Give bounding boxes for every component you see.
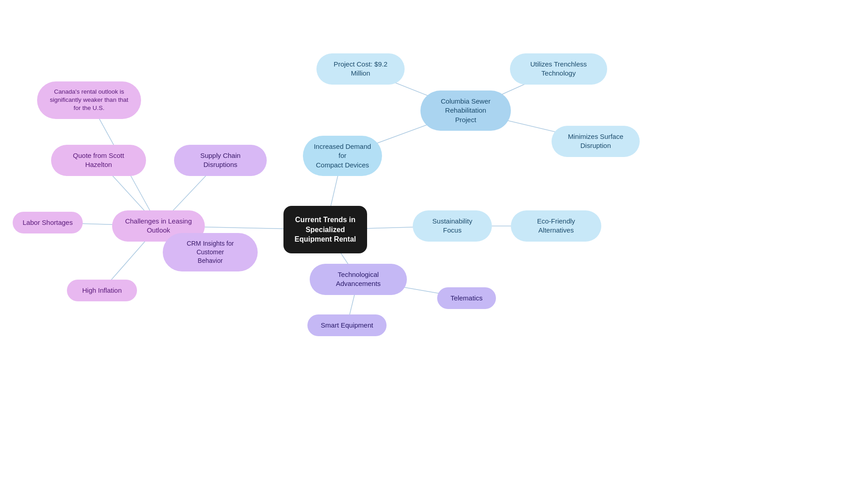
smart-equipment-node: Smart Equipment bbox=[307, 314, 387, 336]
minimizes-node: Minimizes Surface Disruption bbox=[552, 126, 640, 157]
scott-hazelton-node: Quote from Scott Hazelton bbox=[51, 145, 146, 176]
trenchless-node: Utilizes Trenchless Technology bbox=[510, 53, 607, 85]
project-cost-node: Project Cost: $9.2 Million bbox=[316, 53, 405, 85]
labor-shortages-node: Labor Shortages bbox=[13, 212, 83, 233]
canada-rental-node: Canada's rental outlook is significantly… bbox=[37, 81, 141, 119]
supply-chain-node: Supply Chain Disruptions bbox=[174, 145, 267, 176]
increased-demand-node: Increased Demand for Compact Devices bbox=[303, 136, 382, 176]
center-node: Current Trends in Specialized Equipment … bbox=[283, 206, 367, 253]
high-inflation-node: High Inflation bbox=[67, 280, 137, 301]
telematics-node: Telematics bbox=[437, 287, 496, 309]
columbia-node: Columbia Sewer Rehabilitation Project bbox=[420, 90, 511, 131]
eco-friendly-node: Eco-Friendly Alternatives bbox=[511, 210, 601, 242]
sustainability-node: Sustainability Focus bbox=[413, 210, 492, 242]
crm-insights-node: CRM Insights for Customer Behavior bbox=[163, 233, 258, 271]
tech-advancements-node: Technological Advancements bbox=[310, 264, 407, 295]
